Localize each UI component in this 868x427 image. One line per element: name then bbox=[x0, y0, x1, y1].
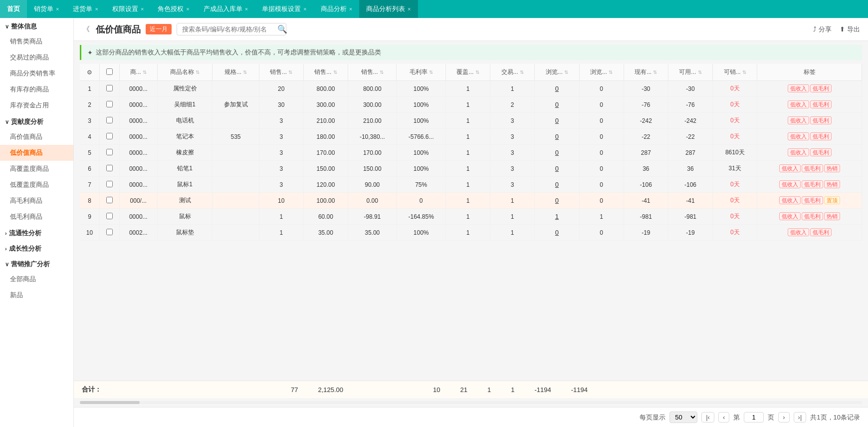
cell-checkbox[interactable] bbox=[100, 225, 120, 241]
nav-item-roleauth[interactable]: 角色授权 × bbox=[151, 0, 196, 18]
browse-link[interactable]: 0 bbox=[555, 85, 559, 92]
row-checkbox[interactable] bbox=[106, 181, 113, 187]
browse-link[interactable]: 0 bbox=[555, 181, 559, 188]
row-checkbox[interactable] bbox=[106, 213, 113, 219]
sidebar-group-marketing[interactable]: ∨ 营销推广分析 bbox=[0, 256, 73, 271]
col-spec[interactable]: 规格... ⇅ bbox=[213, 64, 259, 81]
row-checkbox[interactable] bbox=[106, 117, 113, 123]
col-saleable[interactable]: 可销... ⇅ bbox=[713, 64, 757, 81]
col-sale-amount[interactable]: 销售... ⇅ bbox=[348, 64, 397, 81]
col-browse2[interactable]: 浏览... ⇅ bbox=[579, 64, 624, 81]
first-page-button[interactable]: |‹ bbox=[701, 412, 714, 423]
browse-link[interactable]: 0 bbox=[555, 133, 559, 140]
sidebar-item-high-coverage[interactable]: 高覆盖度商品 bbox=[0, 161, 73, 177]
browse-link[interactable]: 0 bbox=[555, 165, 559, 172]
col-browse1[interactable]: 浏览... ⇅ bbox=[535, 64, 579, 81]
sidebar-item-new-products[interactable]: 新品 bbox=[0, 287, 73, 303]
nav-item-purchaseorder[interactable]: 进货单 × bbox=[66, 0, 105, 18]
sidebar-group-overall[interactable]: ∨ 整体信息 bbox=[0, 18, 73, 33]
sidebar-group-contribution[interactable]: ∨ 贡献度分析 bbox=[0, 113, 73, 129]
search-input[interactable] bbox=[177, 23, 286, 35]
page-size-select[interactable]: 50 100 200 bbox=[669, 412, 697, 423]
search-icon[interactable]: 🔍 bbox=[277, 24, 287, 34]
col-code[interactable]: 商... ⇅ bbox=[119, 64, 157, 81]
nav-item-home[interactable]: 首页 bbox=[0, 0, 27, 18]
col-coverage[interactable]: 覆盖... ⇅ bbox=[445, 64, 490, 81]
col-checkbox[interactable] bbox=[100, 64, 120, 81]
sidebar-item-category-sales-rate[interactable]: 商品分类销售率 bbox=[0, 65, 73, 81]
next-page-button[interactable]: › bbox=[778, 412, 789, 423]
nav-item-permission[interactable]: 权限设置 × bbox=[105, 0, 151, 18]
nav-item-stockin[interactable]: 产成品入库单 × bbox=[197, 0, 255, 18]
row-checkbox[interactable] bbox=[106, 85, 113, 91]
row-checkbox[interactable] bbox=[106, 149, 113, 155]
col-settings[interactable]: ⚙ bbox=[80, 64, 100, 81]
sidebar-item-high-margin[interactable]: 高毛利商品 bbox=[0, 193, 73, 209]
cell-current-stock: -19 bbox=[624, 225, 668, 241]
row-checkbox[interactable] bbox=[106, 133, 113, 139]
col-sale-price[interactable]: 销售... ⇅ bbox=[303, 64, 348, 81]
col-sale-qty[interactable]: 销售... ⇅ bbox=[259, 64, 303, 81]
sidebar-item-high-value[interactable]: 高价值商品 bbox=[0, 129, 73, 145]
cell-checkbox[interactable] bbox=[100, 113, 120, 129]
sidebar-item-traded-products[interactable]: 交易过的商品 bbox=[0, 49, 73, 65]
row-checkbox[interactable] bbox=[106, 101, 113, 107]
col-margin[interactable]: 毛利率 ⇅ bbox=[397, 64, 445, 81]
cell-transaction: 2 bbox=[490, 97, 535, 113]
nav-item-salesorder[interactable]: 销货单 × bbox=[27, 0, 66, 18]
browse-link[interactable]: 0 bbox=[555, 117, 559, 124]
cell-checkbox[interactable] bbox=[100, 177, 120, 193]
share-button[interactable]: ⤴ 分享 bbox=[813, 25, 832, 34]
browse-link[interactable]: 0 bbox=[555, 101, 559, 108]
cell-checkbox[interactable] bbox=[100, 129, 120, 145]
sidebar-group-circulation[interactable]: › 流通性分析 bbox=[0, 225, 73, 240]
browse-link[interactable]: 0 bbox=[555, 149, 559, 156]
last-page-button[interactable]: ›| bbox=[794, 412, 807, 423]
close-icon[interactable]: × bbox=[56, 6, 59, 12]
sidebar-item-low-value[interactable]: 低价值商品 bbox=[0, 145, 73, 161]
close-icon[interactable]: × bbox=[245, 6, 248, 12]
browse-link[interactable]: 0 bbox=[555, 229, 559, 236]
sidebar-item-low-margin[interactable]: 低毛利商品 bbox=[0, 209, 73, 225]
cell-spec bbox=[213, 209, 259, 225]
cell-checkbox[interactable] bbox=[100, 97, 120, 113]
col-transaction[interactable]: 交易... ⇅ bbox=[490, 64, 535, 81]
browse-link[interactable]: 0 bbox=[555, 197, 559, 204]
cell-tags: 低收入低毛利置顶 bbox=[757, 193, 862, 209]
cell-checkbox[interactable] bbox=[100, 209, 120, 225]
sidebar-item-all-products[interactable]: 全部商品 bbox=[0, 271, 73, 287]
sidebar-item-stocked-products[interactable]: 有库存的商品 bbox=[0, 81, 73, 97]
cell-checkbox[interactable] bbox=[100, 145, 120, 161]
sidebar-item-inventory-capital[interactable]: 库存资金占用 bbox=[0, 97, 73, 113]
row-checkbox[interactable] bbox=[106, 229, 113, 235]
row-checkbox[interactable] bbox=[106, 165, 113, 171]
row-checkbox[interactable] bbox=[106, 197, 113, 203]
export-button[interactable]: ⬆ 导出 bbox=[840, 25, 860, 34]
close-icon[interactable]: × bbox=[186, 6, 189, 12]
select-all-checkbox[interactable] bbox=[106, 68, 113, 75]
col-name[interactable]: 商品名称 ⇅ bbox=[157, 64, 213, 81]
col-available[interactable]: 可用... ⇅ bbox=[668, 64, 712, 81]
sidebar-item-low-coverage[interactable]: 低覆盖度商品 bbox=[0, 177, 73, 193]
close-icon[interactable]: × bbox=[95, 6, 98, 12]
prev-page-button[interactable]: ‹ bbox=[718, 412, 729, 423]
col-current-stock[interactable]: 现有... ⇅ bbox=[624, 64, 668, 81]
cell-checkbox[interactable] bbox=[100, 161, 120, 177]
nav-item-analysis[interactable]: 商品分析 × bbox=[314, 0, 359, 18]
close-icon[interactable]: × bbox=[303, 6, 306, 12]
cell-checkbox[interactable] bbox=[100, 193, 120, 209]
horizontal-scrollbar[interactable] bbox=[74, 398, 868, 407]
nav-item-template[interactable]: 单据模板设置 × bbox=[255, 0, 313, 18]
period-tag-button[interactable]: 近一月 bbox=[146, 24, 172, 34]
nav-item-analysis-list[interactable]: 商品分析列表 × bbox=[359, 0, 418, 18]
col-tags[interactable]: 标签 bbox=[757, 64, 862, 81]
sidebar-item-sales-products[interactable]: 销售类商品 bbox=[0, 33, 73, 49]
page-number-input[interactable] bbox=[744, 412, 764, 423]
close-icon[interactable]: × bbox=[408, 6, 411, 12]
sidebar-collapse-button[interactable]: 《 bbox=[82, 24, 91, 35]
close-icon[interactable]: × bbox=[349, 6, 352, 12]
close-icon[interactable]: × bbox=[141, 6, 144, 12]
cell-checkbox[interactable] bbox=[100, 81, 120, 97]
browse-link[interactable]: 1 bbox=[555, 213, 559, 220]
sidebar-group-growth[interactable]: › 成长性分析 bbox=[0, 240, 73, 256]
